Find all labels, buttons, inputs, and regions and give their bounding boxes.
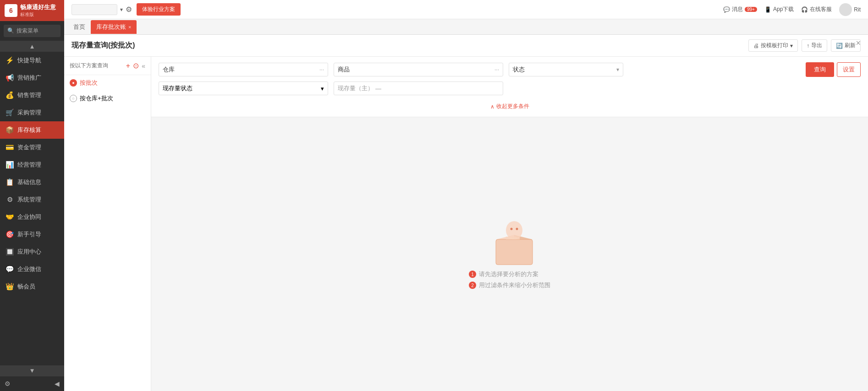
sidebar-item-base[interactable]: 📋 基础信息	[0, 174, 64, 191]
sidebar: 6 畅康通好生意 标准版 🔍 搜索菜单 ▲ ⚡ 快捷导航 📢 营销推广 💰 销售…	[0, 0, 64, 391]
print-button[interactable]: 🖨 按模板打印 ▾	[748, 39, 798, 52]
left-panel-header: 按以下方案查询 + ⊙ «	[64, 57, 151, 75]
page-close-button[interactable]: ×	[848, 35, 868, 52]
left-panel: 按以下方案查询 + ⊙ « ● 按批次 ○	[64, 57, 151, 391]
print-dropdown-icon: ▾	[790, 43, 793, 49]
topbar-logo-area: ▾ ⚙	[71, 4, 132, 15]
topbar-dropdown-button[interactable]: ▾	[120, 6, 123, 13]
goods-filter[interactable]: 商品 ···	[334, 63, 503, 76]
operation-icon: 📊	[5, 161, 14, 169]
settings-icon: ⚙	[5, 380, 11, 387]
messages-action[interactable]: 💬 消息 99+	[723, 5, 757, 13]
user-name: Rit	[854, 6, 861, 13]
settings-button[interactable]: ⚙	[5, 380, 11, 387]
main-content: ▾ ⚙ 体验行业方案 💬 消息 99+ 📱 App下载 🎧 在线客服 Rit	[64, 0, 868, 391]
scheme-active-dot: ●	[70, 79, 77, 87]
topbar-settings-button[interactable]: ⚙	[126, 5, 132, 14]
trial-button[interactable]: 体验行业方案	[137, 3, 181, 16]
page-title: 现存量查询(按批次)	[71, 41, 135, 50]
marketing-icon: 📢	[5, 74, 14, 82]
refresh-icon: 🔄	[836, 43, 843, 49]
avatar	[839, 3, 852, 16]
sidebar-item-sales[interactable]: 💰 销售管理	[0, 87, 64, 104]
export-button[interactable]: ↑ 导出	[802, 39, 827, 52]
empty-svg	[487, 219, 542, 269]
status-filter[interactable]: 状态 ▾	[509, 63, 623, 76]
purchase-icon: 🛒	[5, 109, 14, 117]
system-icon: ⚙	[5, 196, 14, 204]
topbar-search-input[interactable]	[71, 4, 117, 15]
finance-icon: 💳	[5, 143, 14, 152]
sidebar-item-finance[interactable]: 💳 资金管理	[0, 139, 64, 156]
scroll-up-button[interactable]: ▲	[0, 41, 64, 52]
tab-home[interactable]: 首页	[68, 20, 91, 34]
add-icon: +	[126, 62, 130, 70]
sidebar-item-operation[interactable]: 📊 经营管理	[0, 156, 64, 174]
tab-inventory-batch[interactable]: 库存批次账 ×	[91, 20, 137, 34]
sidebar-item-apps[interactable]: 🔲 应用中心	[0, 243, 64, 261]
sidebar-nav: ⚡ 快捷导航 📢 营销推广 💰 销售管理 🛒 采购管理 📦 库存核算 💳 资金管…	[0, 52, 64, 365]
filter-area: 仓库 ··· 商品 ··· 状态 ▾ 查询 设置	[151, 57, 868, 117]
scheme-item-batch[interactable]: ● 按批次	[64, 75, 151, 91]
warehouse-filter[interactable]: 仓库 ···	[159, 63, 328, 76]
online-service-action[interactable]: 🎧 在线客服	[801, 5, 832, 13]
user-area[interactable]: Rit	[839, 3, 861, 16]
topbar-right: 💬 消息 99+ 📱 App下载 🎧 在线客服 Rit	[723, 3, 861, 16]
stock-status-filter[interactable]: 现存量状态 ▾	[159, 81, 328, 95]
shortcut-icon: ⚡	[5, 56, 14, 65]
left-panel-title: 按以下方案查询	[70, 62, 108, 70]
svg-point-2	[506, 221, 522, 239]
app-download-action[interactable]: 📱 App下载	[764, 5, 794, 13]
sidebar-item-system[interactable]: ⚙ 系统管理	[0, 191, 64, 208]
panel-collapse-button[interactable]: «	[142, 62, 145, 70]
tab-close-icon[interactable]: ×	[128, 24, 131, 30]
scheme-inactive-dot: ○	[70, 95, 77, 102]
scroll-down-button[interactable]: ▼	[0, 365, 64, 376]
collapse-icon: ◀	[55, 380, 60, 387]
scheme-settings-icon: ⊙	[133, 62, 139, 70]
app-logo: 6	[5, 4, 17, 17]
status-dropdown-icon[interactable]: ▾	[616, 66, 619, 73]
sidebar-item-collab[interactable]: 🤝 企业协同	[0, 208, 64, 226]
print-icon: 🖨	[753, 43, 759, 49]
message-icon: 💬	[723, 6, 730, 13]
apps-icon: 🔲	[5, 248, 14, 256]
sidebar-item-inventory[interactable]: 📦 库存核算	[0, 121, 64, 139]
empty-state: 1 请先选择要分析的方案 2 用过滤条件来缩小分析范围	[151, 117, 868, 391]
sidebar-item-member[interactable]: 👑 畅会员	[0, 278, 64, 295]
add-scheme-button[interactable]: +	[126, 62, 130, 70]
stock-status-dropdown-icon: ▾	[321, 85, 324, 92]
filter-settings-button[interactable]: 设置	[837, 62, 861, 77]
goods-more-icon[interactable]: ···	[494, 66, 499, 73]
sidebar-item-guide[interactable]: 🎯 新手引导	[0, 226, 64, 243]
collapse-sidebar-button[interactable]: ◀	[55, 380, 60, 387]
search-menu-button[interactable]: 🔍 搜索菜单	[4, 25, 60, 37]
warehouse-more-icon[interactable]: ···	[319, 66, 324, 73]
filter-row-1: 仓库 ··· 商品 ··· 状态 ▾ 查询 设置	[159, 62, 861, 77]
empty-hint-2: 2 用过滤条件来缩小分析范围	[469, 281, 550, 289]
member-icon: 👑	[5, 282, 14, 291]
stock-amount-filter: 现存量（主） —	[334, 81, 503, 95]
messages-badge: 99+	[745, 7, 757, 12]
sidebar-item-shortcut[interactable]: ⚡ 快捷导航	[0, 52, 64, 69]
sidebar-item-purchase[interactable]: 🛒 采购管理	[0, 104, 64, 121]
svg-point-3	[511, 228, 513, 230]
filter-row-2: 现存量状态 ▾ 现存量（主） —	[159, 81, 861, 95]
sidebar-item-wechat[interactable]: 💬 企业微信	[0, 261, 64, 278]
empty-illustration	[487, 219, 533, 265]
page-header: 现存量查询(按批次) 🖨 按模板打印 ▾ ↑ 导出 🔄 刷新 ×	[64, 35, 868, 57]
right-panel: 仓库 ··· 商品 ··· 状态 ▾ 查询 设置	[151, 57, 868, 391]
page-actions: 🖨 按模板打印 ▾ ↑ 导出 🔄 刷新	[748, 39, 861, 52]
inventory-icon: 📦	[5, 126, 14, 134]
empty-hints: 1 请先选择要分析的方案 2 用过滤条件来缩小分析范围	[469, 270, 550, 289]
collapse-more-button[interactable]: ∧ 收起更多条件	[159, 100, 861, 111]
headset-icon: 🎧	[801, 6, 808, 13]
query-button[interactable]: 查询	[806, 62, 834, 77]
tabs-bar: 首页 库存批次账 ×	[64, 19, 868, 35]
svg-point-4	[516, 228, 518, 230]
sidebar-item-marketing[interactable]: 📢 营销推广	[0, 69, 64, 87]
scheme-settings-button[interactable]: ⊙	[133, 61, 139, 70]
scheme-item-warehouse-batch[interactable]: ○ 按仓库+批次	[64, 91, 151, 106]
content-area: 按以下方案查询 + ⊙ « ● 按批次 ○	[64, 57, 868, 391]
export-icon: ↑	[807, 43, 809, 49]
